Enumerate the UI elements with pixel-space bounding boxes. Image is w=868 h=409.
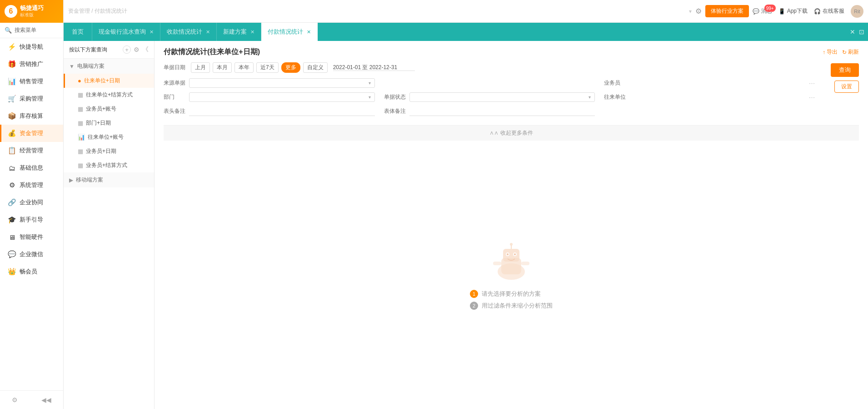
- hint-num-1: 1: [470, 290, 478, 298]
- scheme-item-label: 业务员+结算方式: [86, 162, 127, 169]
- sidebar-item-purchase[interactable]: 🛒 采购管理: [0, 90, 63, 107]
- filter-partner-cell: 往来单位 ···: [604, 93, 815, 101]
- sidebar-collapse-btn[interactable]: ◀◀: [38, 394, 55, 405]
- online-service-btn[interactable]: 🎧 在线客服: [814, 7, 844, 15]
- tab-cashflow-close[interactable]: ✕: [150, 29, 154, 35]
- tab-payment[interactable]: 付款情况统计 ✕: [261, 23, 318, 41]
- sidebar-item-label: 企业微信: [20, 250, 43, 258]
- scheme-table-icon5: ▦: [78, 162, 83, 169]
- hint-num-2: 2: [470, 302, 478, 310]
- scheme-group-mobile-title[interactable]: ▶ 移动端方案: [64, 172, 154, 187]
- sidebar-item-basic[interactable]: 🗂 基础信息: [0, 159, 63, 177]
- scheme-item-dept-date[interactable]: ▦ 部门+日期: [64, 116, 154, 130]
- date-this-year-btn[interactable]: 本年: [234, 62, 254, 73]
- date-this-month-btn[interactable]: 本月: [213, 62, 232, 73]
- sidebar-item-label: 新手引导: [20, 216, 43, 224]
- sidebar-item-quick-nav[interactable]: ⚡ 快捷导航: [0, 38, 63, 56]
- scheme-table-icon: ▦: [78, 91, 83, 98]
- source-select-arrow: ▾: [369, 81, 371, 86]
- date-more-btn[interactable]: 更多: [281, 62, 300, 73]
- sidebar-item-guide[interactable]: 🎓 新手引导: [0, 211, 63, 228]
- sidebar-item-system[interactable]: ⚙ 系统管理: [0, 177, 63, 194]
- user-initials: Rit: [854, 9, 860, 14]
- collapse-arrow-icon: ∧∧: [489, 130, 499, 136]
- sidebar-item-hardware[interactable]: 🖥 智能硬件: [0, 228, 63, 246]
- refresh-btn[interactable]: ↻ 刷新: [842, 48, 859, 56]
- user-avatar-btn[interactable]: Rit: [851, 5, 863, 18]
- scheme-group-desktop-title[interactable]: ▼ 电脑端方案: [64, 59, 154, 74]
- tab-income-close[interactable]: ✕: [206, 29, 210, 35]
- date-last-month-btn[interactable]: 上月: [191, 62, 210, 73]
- date-custom-btn[interactable]: 自定义: [303, 62, 328, 73]
- sidebar-search[interactable]: 🔍 搜索菜单: [0, 23, 63, 38]
- topbar-dropdown-arrow[interactable]: ▾: [689, 8, 692, 15]
- sidebar-item-label: 智能硬件: [20, 233, 43, 241]
- topbar-right: 💬 消息 99+ 📱 App下载 🎧 在线客服 Rit: [753, 5, 863, 18]
- sidebar-item-weixin[interactable]: 💬 企业微信: [0, 246, 63, 263]
- dept-select[interactable]: ▾: [189, 92, 375, 102]
- sidebar-item-marketing[interactable]: 🎁 营销推广: [0, 56, 63, 73]
- scheme-group-desktop-label: 电脑端方案: [77, 62, 105, 70]
- doc-status-select[interactable]: ▾: [409, 92, 595, 102]
- filter-date-row: 单据日期 上月 本月 本年 近7天 更多 自定义: [164, 62, 815, 73]
- operation-icon: 📋: [8, 146, 16, 155]
- message-btn[interactable]: 💬 消息 99+: [753, 7, 772, 15]
- scheme-settings-btn[interactable]: ⚙: [134, 46, 140, 53]
- trial-btn[interactable]: 体验行业方案: [705, 5, 749, 17]
- scheme-item-unit-settle[interactable]: ▦ 往来单位+结算方式: [64, 88, 154, 102]
- filter-section: 付款情况统计(往来单位+日期) ↑ 导出 ↻ 刷新: [155, 41, 868, 141]
- scheme-item-staff-date[interactable]: ▦ 业务员+日期: [64, 144, 154, 158]
- tab-spacer: [318, 23, 846, 41]
- empty-robot-icon: [489, 240, 534, 285]
- filter-body-note-cell: 表体备注: [384, 106, 595, 116]
- topbar-settings-icon[interactable]: ⚙: [695, 7, 702, 15]
- filter-title-row: 付款情况统计(往来单位+日期) ↑ 导出 ↻ 刷新: [164, 47, 859, 57]
- sidebar-item-finance[interactable]: 💰 资金管理: [0, 125, 63, 142]
- tab-new-scheme[interactable]: 新建方案 ✕: [217, 23, 261, 41]
- hardware-icon: 🖥: [8, 233, 16, 241]
- staff-dots-btn[interactable]: ···: [809, 80, 815, 86]
- sidebar-item-member[interactable]: 👑 畅会员: [0, 263, 63, 280]
- sidebar-settings-btn[interactable]: ⚙: [8, 394, 21, 405]
- logo-text-wrap: 畅捷通巧 标准版: [20, 5, 44, 18]
- tab-payment-close[interactable]: ✕: [307, 29, 311, 35]
- sidebar-item-operation[interactable]: 📋 经营管理: [0, 142, 63, 159]
- sidebar-item-label: 经营管理: [20, 146, 43, 155]
- tab-close-all-btn[interactable]: ✕: [850, 28, 855, 35]
- scheme-item-staff-settle[interactable]: ▦ 业务员+结算方式: [64, 158, 154, 172]
- partner-dots-btn[interactable]: ···: [809, 94, 815, 101]
- app-download-btn[interactable]: 📱 App下载: [778, 7, 808, 15]
- query-btn[interactable]: 查询: [831, 63, 859, 77]
- body-note-input[interactable]: [409, 106, 595, 116]
- search-icon: 🔍: [5, 27, 12, 34]
- tab-cashflow[interactable]: 现金银行流水查询 ✕: [92, 23, 160, 41]
- filter-settings-btn[interactable]: 设置: [834, 81, 859, 93]
- header-note-input[interactable]: [189, 106, 375, 116]
- hint-text-1: 请先选择要分析的方案: [482, 290, 541, 298]
- breadcrumb: 资金管理 / 付款情况统计: [68, 7, 685, 15]
- breadcrumb-text: 资金管理 / 付款情况统计: [68, 7, 127, 15]
- scheme-panel-collapse-btn[interactable]: 《: [142, 45, 149, 54]
- sidebar-item-label: 营销推广: [20, 60, 43, 68]
- date-last-7days-btn[interactable]: 近7天: [256, 62, 279, 73]
- svg-rect-2: [503, 249, 519, 262]
- scheme-add-btn[interactable]: +: [123, 45, 131, 54]
- scheme-item-unit-date[interactable]: ● 往来单位+日期: [64, 74, 154, 88]
- sidebar-logo: 6 畅捷通巧 标准版: [0, 0, 63, 23]
- tab-home[interactable]: 首页: [64, 23, 92, 41]
- source-select[interactable]: ▾: [189, 78, 375, 88]
- collapse-bar[interactable]: ∧∧ 收起更多条件: [164, 125, 859, 141]
- tab-new-scheme-close[interactable]: ✕: [250, 29, 254, 35]
- scheme-item-unit-account[interactable]: 📊 往来单位+账号: [64, 130, 154, 144]
- sidebar-item-inventory[interactable]: 📦 库存核算: [0, 107, 63, 125]
- sidebar-item-enterprise[interactable]: 🔗 企业协同: [0, 194, 63, 211]
- date-range-input[interactable]: [333, 64, 415, 71]
- filter-dept-cell: 部门 ▾: [164, 92, 375, 102]
- scheme-table-icon3: ▦: [78, 120, 83, 126]
- sidebar-item-sales[interactable]: 📊 销售管理: [0, 73, 63, 90]
- tab-income[interactable]: 收款情况统计 ✕: [160, 23, 217, 41]
- system-icon: ⚙: [8, 181, 16, 189]
- scheme-item-staff-account[interactable]: ▦ 业务员+账号: [64, 102, 154, 116]
- tab-maximize-btn[interactable]: ⊡: [859, 28, 864, 35]
- export-btn[interactable]: ↑ 导出: [823, 48, 838, 56]
